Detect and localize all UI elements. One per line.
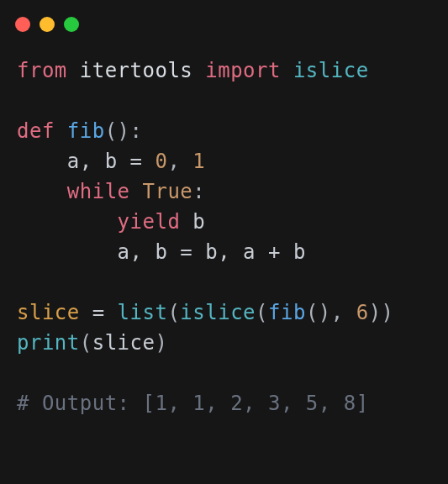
keyword-import: import (205, 59, 281, 82)
number-zero: 0 (155, 150, 167, 173)
keyword-yield: yield (118, 210, 181, 234)
indent (17, 210, 118, 234)
lhs-vars: a, b (67, 150, 118, 173)
var-slice: slice (17, 301, 80, 324)
keyword-while: while (67, 180, 130, 203)
code-window: from itertools import islice def fib(): … (0, 0, 448, 484)
keyword-def: def (17, 119, 55, 143)
indent (17, 180, 67, 203)
lparen: ( (80, 331, 92, 355)
builtin-print: print (17, 331, 80, 355)
comma: , (331, 301, 356, 324)
colon: : (192, 180, 205, 203)
var-b: b (293, 240, 306, 264)
equals: = (80, 301, 118, 324)
equals: = (167, 240, 205, 264)
space (130, 180, 143, 203)
comment-output: # Output: [1, 1, 2, 3, 5, 8] (17, 392, 369, 415)
import-name: islice (293, 59, 369, 82)
maximize-icon[interactable] (64, 17, 79, 32)
function-name: fib (67, 119, 105, 143)
lparen: ( (167, 301, 180, 324)
indent (17, 150, 67, 173)
rhs-vars: b, a (205, 240, 256, 264)
lparen: ( (256, 301, 268, 324)
true-literal: True (143, 180, 193, 203)
parens: () (306, 301, 331, 324)
parens: (): (105, 119, 143, 143)
window-titlebar (0, 0, 448, 40)
module-name: itertools (80, 59, 193, 82)
comma: , (167, 150, 192, 173)
call-islice: islice (180, 301, 256, 324)
minimize-icon[interactable] (40, 17, 55, 32)
call-fib: fib (268, 301, 306, 324)
plus-op: + (256, 240, 293, 264)
space (180, 210, 192, 234)
number-six: 6 (356, 301, 369, 324)
lhs-vars: a, b (118, 240, 168, 264)
close-icon[interactable] (15, 17, 30, 32)
code-block: from itertools import islice def fib(): … (0, 40, 448, 434)
rparen: ) (155, 331, 167, 355)
builtin-list: list (118, 301, 168, 324)
var-b: b (192, 210, 205, 234)
keyword-from: from (17, 59, 67, 82)
equals: = (118, 150, 155, 173)
arg-slice: slice (92, 331, 155, 355)
number-one: 1 (192, 150, 205, 173)
rparens: )) (369, 301, 394, 324)
indent (17, 240, 118, 264)
